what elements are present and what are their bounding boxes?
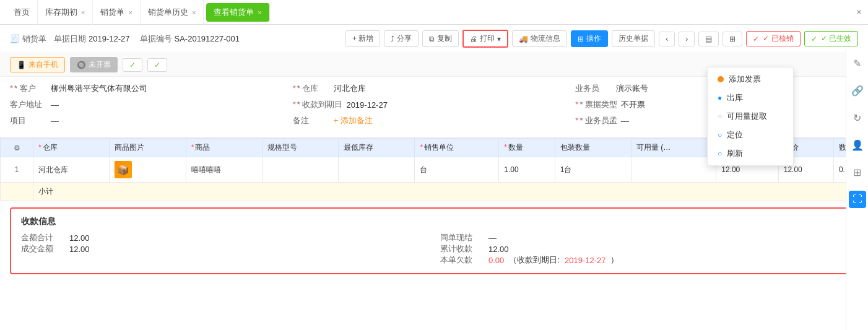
sidebar-refresh-icon[interactable]: ↻ (849, 109, 866, 126)
project-field: 项目 — (10, 115, 293, 126)
share-button[interactable]: ⤴ 分享 (384, 30, 419, 47)
sidebar-edit-icon[interactable]: ✎ (849, 54, 866, 72)
locate-radio: ○ (718, 131, 722, 139)
doc-number-label: 单据编号 (140, 33, 172, 45)
row-spec (262, 157, 338, 183)
customer-label: * 客户 (10, 83, 47, 94)
total-label: 金额合计 (21, 232, 64, 243)
tab-sales-history-close[interactable]: × (192, 9, 196, 16)
due-label: 本单欠款 (440, 254, 484, 266)
sidebar-link-icon[interactable]: 🔗 (849, 82, 866, 99)
salesperson-label: * 业务员孟 (575, 115, 617, 126)
dropdown-item-refresh[interactable]: ○ 刷新 (708, 144, 793, 163)
window-close-button[interactable]: × (856, 7, 862, 18)
mobile-icon: 📱 (17, 61, 26, 69)
row-image: 📦 (110, 157, 186, 183)
row-available (631, 157, 716, 183)
cumulative-label: 累计收款 (440, 243, 484, 254)
col-pack-qty: 包装数量 (555, 139, 631, 157)
salesperson-value: — (621, 116, 629, 126)
total-row: 金额合计 12.00 (21, 232, 428, 243)
tab-inventory[interactable]: 库存期初 × (38, 0, 93, 25)
product-img: 📦 (115, 161, 132, 178)
prev-button[interactable]: ‹ (659, 32, 675, 46)
subtotal-row: 小计 (1, 183, 868, 201)
total-value: 12.00 (69, 233, 90, 243)
col-warehouse: 仓库 (33, 139, 110, 157)
col-unit: 销售单位 (415, 139, 499, 157)
tab-sales[interactable]: 销货单 × (93, 0, 140, 25)
payment-date-field: * 收款到期日 2019-12-27 (293, 99, 576, 110)
address-field: 客户地址 — (10, 99, 293, 110)
mobile-button[interactable]: 📱 来自手机 (10, 57, 65, 72)
same-order-value: — (488, 233, 497, 243)
next-button[interactable]: › (679, 32, 695, 46)
share-icon: ⤴ (391, 35, 394, 43)
col-quantity: 数量 (499, 139, 555, 157)
same-order-label: 同单现结 (440, 232, 484, 243)
tab-inventory-close[interactable]: × (81, 9, 85, 16)
right-sidebar: ✎ 🔗 ↻ 👤 ⊞ ⛶ (846, 50, 868, 330)
dropdown-item-outbound[interactable]: ● 出库 (708, 89, 793, 107)
address-value: — (51, 100, 59, 110)
dropdown-item-invoice[interactable]: 添加发票 (708, 70, 793, 89)
add-note-btn[interactable]: + 添加备注 (334, 115, 373, 126)
tab-home[interactable]: 首页 (6, 0, 38, 25)
payment-info-box: 收款信息 金额合计 12.00 成交金额 12.00 同单现结 — 累计收款 (10, 207, 858, 274)
col-product: 商品 (186, 139, 262, 157)
outbound-label: 出库 (727, 92, 743, 103)
tab-view-sales-close[interactable]: × (258, 9, 261, 16)
dropdown-item-available[interactable]: ○ 可用量提取 (708, 107, 793, 126)
due-date: 2019-12-27 (565, 256, 606, 265)
tab-bar: 首页 库存期初 × 销货单 × 销货单历史 × 查看销货单 × × (0, 0, 868, 25)
subtotal-label: 小计 (33, 183, 868, 201)
new-button[interactable]: + 新增 (345, 30, 380, 47)
sidebar-user-icon[interactable]: 👤 (849, 136, 866, 154)
not-open-button[interactable]: 🔘 未开票 (70, 57, 118, 72)
print-button[interactable]: 🖨 打印 ▾ (464, 31, 507, 46)
check1-button[interactable]: ✓ (123, 58, 142, 72)
tab-sales-history[interactable]: 销货单历史 × (141, 0, 204, 25)
doc-meta: 单据日期 2019-12-27 单据编号 SA-20191227-001 (54, 33, 240, 45)
ops-button[interactable]: ⊞ 操作 (571, 30, 608, 47)
locate-label: 定位 (727, 129, 743, 141)
payment-col-right: 同单现结 — 累计收款 12.00 本单欠款 0.00 （收款到期日: 2019… (440, 232, 847, 266)
check-icon-effective: ✓ (811, 35, 817, 43)
row-unit: 台 (415, 157, 499, 183)
row-min-stock (339, 157, 415, 183)
col-image: 商品图片 (110, 139, 186, 157)
logistics-button[interactable]: 🚚 物流信息 (512, 30, 567, 47)
history-button[interactable]: 历史单据 (612, 30, 655, 47)
tab-view-sales[interactable]: 查看销货单 × (206, 3, 269, 22)
ticket-label: * 票据类型 (575, 99, 617, 110)
copy-button[interactable]: ⧉ 复制 (422, 30, 459, 47)
doc-icon: 🧾 (10, 34, 20, 43)
layout1-button[interactable]: ▤ (698, 32, 719, 46)
col-spec: 规格型号 (262, 139, 338, 157)
sidebar-expand-icon[interactable]: ⛶ (849, 191, 866, 208)
staff-value: 演示账号 (616, 83, 648, 94)
col-settings[interactable]: ⚙ (1, 139, 33, 157)
payment-date-label: * 收款到期日 (293, 99, 343, 110)
subtotal-settings (1, 183, 33, 201)
layout2-button[interactable]: ⊞ (723, 32, 742, 46)
row-pack-qty: 1台 (555, 157, 631, 183)
project-label: 项目 (10, 115, 47, 126)
check2-button[interactable]: ✓ (147, 58, 167, 72)
check2-icon: ✓ (154, 61, 160, 69)
transaction-value: 12.00 (69, 245, 90, 254)
dropdown-item-locate[interactable]: ○ 定位 (708, 126, 793, 144)
sidebar-grid-icon[interactable]: ⊞ (849, 163, 866, 181)
doc-header: 🧾 销货单 单据日期 2019-12-27 单据编号 SA-20191227-0… (0, 25, 868, 53)
refresh-label: 刷新 (727, 148, 743, 159)
same-order-row: 同单现结 — (440, 232, 847, 243)
customer-field: * 客户 柳州粤港平安气体有限公司 (10, 83, 293, 94)
row-product: 嘻嘻嘻嘻 (186, 157, 262, 183)
transaction-label: 成交金额 (21, 243, 64, 254)
doc-type-label: 销货单 (22, 33, 46, 45)
doc-type: 🧾 销货单 (10, 33, 46, 45)
ticket-value: 不开票 (621, 99, 645, 110)
check1-icon: ✓ (129, 61, 136, 69)
tab-sales-close[interactable]: × (128, 9, 132, 16)
refresh-radio: ○ (718, 149, 722, 158)
